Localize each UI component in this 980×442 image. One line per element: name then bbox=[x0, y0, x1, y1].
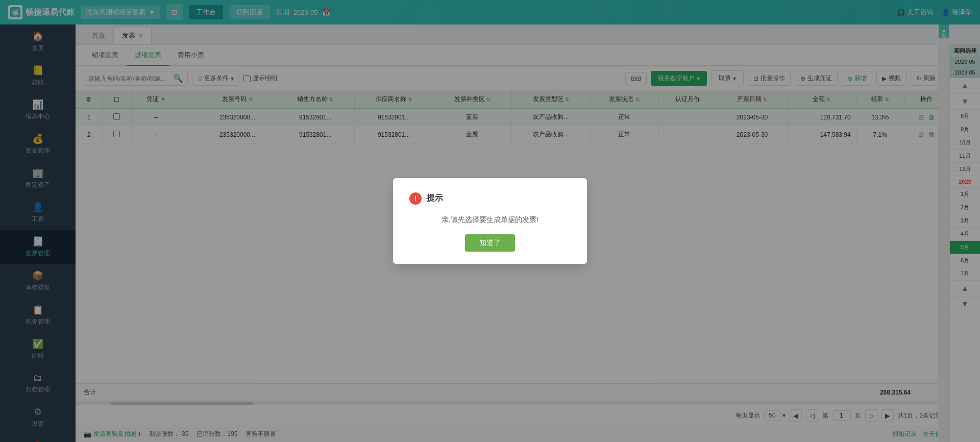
exclamation-icon: ! bbox=[414, 194, 417, 203]
modal-message: 亲,请先选择要生成单据的发票! bbox=[442, 214, 538, 225]
modal-dialog: ! 提示 亲,请先选择要生成单据的发票! 知道了 bbox=[393, 178, 587, 264]
modal-overlay: ! 提示 亲,请先选择要生成单据的发票! 知道了 bbox=[0, 0, 980, 442]
modal-header: ! 提示 bbox=[409, 192, 571, 205]
modal-title: 提示 bbox=[427, 193, 443, 204]
modal-confirm-button[interactable]: 知道了 bbox=[465, 234, 515, 252]
modal-warning-icon: ! bbox=[409, 192, 422, 205]
